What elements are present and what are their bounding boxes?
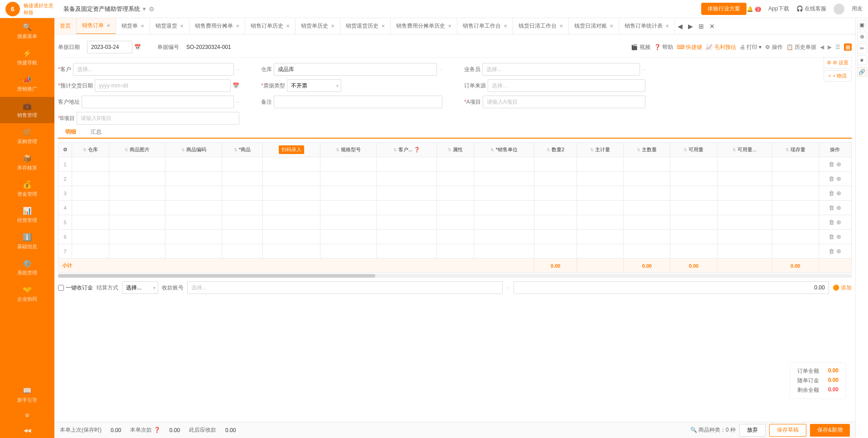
discard-button[interactable]: 放弃	[739, 424, 766, 437]
tab-close-goods-history[interactable]: ✕	[331, 24, 335, 29]
tab-close-fee-history[interactable]: ✕	[448, 24, 451, 29]
col-main-qty[interactable]: ⇅ 主数量	[624, 143, 670, 157]
sidebar-item-inventory[interactable]: 📦 库存核算	[0, 149, 54, 176]
tab-goods-history[interactable]: 销货单历史 ✕	[296, 18, 340, 34]
view-action[interactable]: 🎬 视频	[631, 43, 650, 51]
save-draft-button[interactable]: 保存草稿	[769, 424, 806, 437]
sidebar-item-finance[interactable]: 💰 资金管理	[0, 176, 54, 202]
tab-detail[interactable]: 明细	[58, 126, 83, 139]
address-expand-icon[interactable]: ···	[236, 100, 239, 105]
sidebar-item-sales[interactable]: 💼 销售管理	[0, 97, 54, 123]
add-payment-link[interactable]: 🟠 添加	[833, 284, 852, 292]
right-tool-4[interactable]: ★	[857, 55, 867, 65]
tab-close-sales-fee[interactable]: ✕	[236, 24, 239, 29]
a-project-input[interactable]	[483, 96, 645, 108]
row-delete-icon-6[interactable]: 🗑	[829, 233, 834, 240]
tab-order-history[interactable]: 销售订单历史 ✕	[245, 18, 296, 34]
tab-home[interactable]: 首页	[54, 18, 77, 34]
col-code[interactable]: ⇅ 商品编码	[165, 143, 222, 157]
col-image[interactable]: ⇅ 商品图片	[109, 143, 165, 157]
save-new-button[interactable]: 保存&新增	[810, 424, 850, 437]
staff-input[interactable]	[482, 63, 640, 76]
tab-expand-btn[interactable]: ⊞	[696, 23, 707, 30]
sidebar-item-system[interactable]: ⚙️ 系统管理	[0, 255, 54, 281]
right-tool-5[interactable]: 🔗	[857, 67, 867, 77]
settings-icon[interactable]: ⚙	[149, 5, 155, 13]
right-tool-3[interactable]: ✏	[857, 43, 867, 53]
tab-next-btn[interactable]: ▶	[685, 23, 696, 30]
settings-side-button[interactable]: ⚙ ⚙ 设置	[824, 57, 852, 68]
tab-order-workbench[interactable]: 销售订单工作台 ✕	[457, 18, 513, 34]
tab-cashflow-reconcile[interactable]: 钱货日清对账 ✕	[569, 18, 619, 34]
tab-sales-goods[interactable]: 销货单 ✕	[116, 18, 150, 34]
row-copy-icon-5[interactable]: ⊕	[836, 219, 841, 226]
row-copy-icon-4[interactable]: ⊕	[836, 204, 841, 211]
bank-account-input[interactable]	[187, 281, 503, 294]
nav-prev-btn[interactable]: ◀	[820, 44, 824, 50]
remark-input[interactable]	[274, 96, 442, 108]
right-tool-1[interactable]: ▣	[857, 20, 867, 30]
form-view-btn[interactable]: ▦	[844, 43, 852, 51]
sidebar-item-enterprise[interactable]: 🤝 企业协同	[0, 281, 54, 307]
tab-close-order-workbench[interactable]: ✕	[504, 24, 507, 29]
row-copy-icon-2[interactable]: ⊕	[836, 175, 841, 182]
logistics-button[interactable]: + + 物流	[824, 70, 852, 82]
scan-input-button[interactable]: 扫码录入	[279, 145, 304, 154]
sidebar-item-guide[interactable]: 📖 新手引导	[0, 382, 54, 408]
col-available2[interactable]: ⇅ 可用量...	[717, 143, 772, 157]
row-delete-icon-1[interactable]: 🗑	[829, 161, 834, 168]
tab-summary[interactable]: 汇总	[83, 126, 109, 138]
col-available[interactable]: ⇅ 可用量	[670, 143, 717, 157]
delivery-calendar-icon[interactable]: 📅	[233, 82, 239, 89]
payment-amount-input[interactable]	[514, 281, 829, 294]
delivery-date-input[interactable]	[95, 79, 231, 92]
solution-button[interactable]: 体验行业方案	[701, 3, 747, 15]
sidebar-item-marketing[interactable]: 📣 营销推广	[0, 71, 54, 97]
tab-cashflow-workbench[interactable]: 钱货日清工作台 ✕	[513, 18, 569, 34]
tab-close-all-btn[interactable]: ✕	[707, 23, 718, 30]
sidebar-item-shortcut[interactable]: ⚡ 快捷导航	[0, 44, 54, 71]
table-scrollbar[interactable]	[58, 274, 852, 278]
tab-sales-return[interactable]: 销货退货 ✕	[150, 18, 189, 34]
shortcut-action[interactable]: ⌨ 快捷键	[677, 43, 702, 51]
operate-action[interactable]: ⚙ 操作	[765, 43, 782, 51]
history-action[interactable]: 📋 历史单据	[786, 43, 816, 51]
row-copy-icon-1[interactable]: ⊕	[836, 161, 841, 168]
col-scan[interactable]: 扫码录入	[263, 143, 320, 157]
row-delete-icon-4[interactable]: 🗑	[829, 204, 834, 211]
customer-input[interactable]	[73, 63, 234, 76]
sidebar-item-base[interactable]: ℹ️ 基础信息	[0, 228, 54, 255]
col-spec[interactable]: ⇅ 规格型号	[320, 143, 377, 157]
col-stock[interactable]: ⇅ 现存量	[772, 143, 819, 157]
staff-expand-icon[interactable]: ···	[642, 67, 645, 72]
profit-action[interactable]: 📈 毛利预估	[706, 43, 736, 51]
sidebar-collapse-icon[interactable]: ◀◀	[0, 423, 54, 438]
sidebar-settings-icon[interactable]: ⚙	[0, 408, 54, 423]
right-tool-2[interactable]: ⊕	[857, 32, 867, 42]
tab-close-return-history[interactable]: ✕	[381, 24, 385, 29]
b-project-input[interactable]	[77, 112, 239, 125]
row-copy-icon-3[interactable]: ⊕	[836, 190, 841, 197]
tab-fee-history[interactable]: 销售费用分摊单历史 ✕	[391, 18, 457, 34]
tab-close-cashflow-reconcile[interactable]: ✕	[610, 24, 613, 29]
row-delete-icon-2[interactable]: 🗑	[829, 175, 834, 182]
tab-return-history[interactable]: 销货退货历史 ✕	[340, 18, 391, 34]
col-attr[interactable]: ⇅ 属性	[437, 143, 474, 157]
expand-icon[interactable]: ▾	[143, 5, 146, 12]
col-goods[interactable]: ⇅ *商品	[222, 143, 263, 157]
col-customer-attr[interactable]: ⇅ 客户... ❓	[377, 143, 437, 157]
sidebar-item-search[interactable]: 🔍 搜索菜单	[0, 18, 54, 44]
tab-close-sales-order[interactable]: ✕	[107, 23, 110, 28]
customer-expand-icon[interactable]: ···	[236, 67, 239, 72]
app-download-link[interactable]: App下载	[768, 5, 789, 13]
tab-close-order-history[interactable]: ✕	[286, 24, 290, 29]
tab-sales-order[interactable]: 销售订单 ✕	[77, 18, 116, 34]
warehouse-expand-icon[interactable]: ···	[439, 67, 442, 72]
print-action[interactable]: 🖨 打印 ▾	[740, 43, 762, 51]
col-qty2[interactable]: ⇅ 数量2	[534, 143, 577, 157]
tab-close-sales-goods[interactable]: ✕	[141, 24, 144, 29]
row-delete-icon-7[interactable]: 🗑	[829, 248, 834, 255]
user-name[interactable]: 用友	[852, 5, 863, 13]
list-view-btn[interactable]: ☰	[835, 44, 840, 50]
col-unit[interactable]: ⇅ *销售单位	[474, 143, 534, 157]
